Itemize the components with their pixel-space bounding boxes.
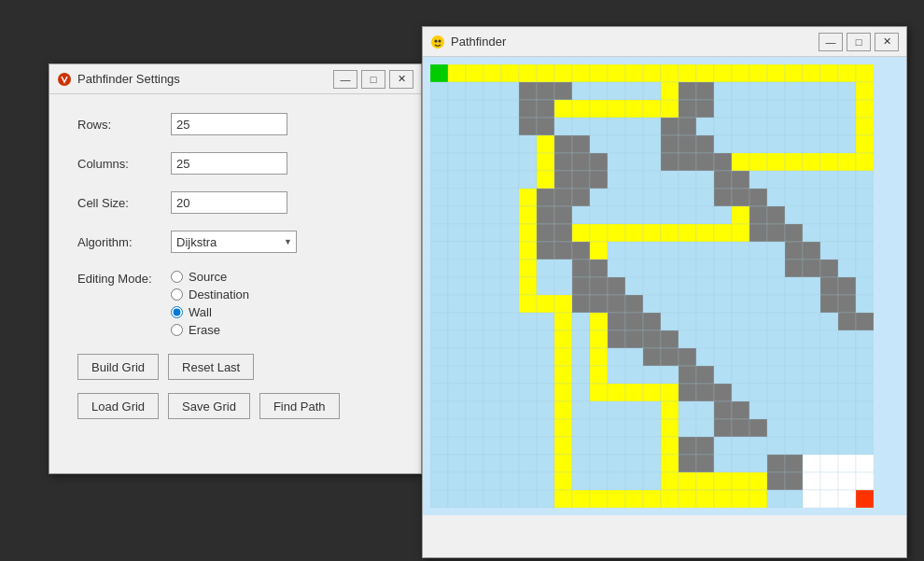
- algorithm-select[interactable]: Dijkstra A* BFS DFS: [171, 231, 297, 253]
- settings-title-bar: Pathfinder Settings — □ ✕: [49, 64, 421, 94]
- pathfinder-close-btn[interactable]: ✕: [875, 33, 899, 51]
- pathfinder-window-title: Pathfinder: [451, 35, 819, 49]
- radio-erase-item[interactable]: Erase: [171, 323, 249, 337]
- reset-last-btn[interactable]: Reset Last: [168, 354, 254, 380]
- settings-window-controls: — □ ✕: [333, 70, 413, 89]
- settings-window-icon: [57, 72, 72, 87]
- editing-mode-row: Editing Mode: Source Destination Wall Er…: [77, 270, 393, 337]
- radio-destination-label: Destination: [189, 288, 249, 302]
- radio-destination-item[interactable]: Destination: [171, 288, 249, 302]
- radio-source-input[interactable]: [171, 271, 183, 283]
- pathfinder-minimize-btn[interactable]: —: [819, 33, 843, 51]
- columns-row: Columns:: [77, 152, 393, 175]
- button-row-1: Build Grid Reset Last: [77, 354, 393, 380]
- save-grid-btn[interactable]: Save Grid: [168, 393, 250, 419]
- algorithm-select-wrapper: Dijkstra A* BFS DFS: [171, 231, 297, 253]
- svg-point-2: [435, 39, 438, 42]
- cell-size-input[interactable]: [171, 191, 287, 214]
- cell-size-label: Cell Size:: [77, 196, 171, 210]
- find-path-btn[interactable]: Find Path: [259, 393, 340, 419]
- settings-minimize-btn[interactable]: —: [333, 70, 357, 89]
- pathfinder-window: Pathfinder — □ ✕: [422, 26, 907, 558]
- radio-erase-label: Erase: [189, 323, 220, 337]
- radio-destination-input[interactable]: [171, 288, 183, 301]
- pathfinder-window-controls: — □ ✕: [819, 33, 899, 51]
- settings-window: Pathfinder Settings — □ ✕ Rows: Columns:…: [49, 63, 422, 474]
- columns-input[interactable]: [171, 152, 287, 175]
- radio-wall-item[interactable]: Wall: [171, 305, 249, 319]
- algorithm-row: Algorithm: Dijkstra A* BFS DFS: [77, 231, 393, 253]
- settings-window-title: Pathfinder Settings: [77, 72, 333, 86]
- load-grid-btn[interactable]: Load Grid: [77, 393, 159, 419]
- svg-point-3: [439, 39, 441, 42]
- settings-maximize-btn[interactable]: □: [361, 70, 385, 89]
- build-grid-btn[interactable]: Build Grid: [77, 354, 159, 380]
- svg-point-1: [431, 35, 444, 49]
- pathfinder-maximize-btn[interactable]: □: [847, 33, 871, 51]
- radio-source-label: Source: [189, 270, 227, 284]
- radio-source-item[interactable]: Source: [171, 270, 249, 284]
- rows-row: Rows:: [77, 113, 393, 135]
- pathfinder-grid[interactable]: [430, 64, 874, 508]
- cell-size-row: Cell Size:: [77, 191, 393, 214]
- algorithm-label: Algorithm:: [77, 235, 171, 249]
- grid-area[interactable]: [423, 57, 906, 515]
- radio-group: Source Destination Wall Erase: [171, 270, 249, 337]
- radio-wall-label: Wall: [189, 305, 212, 319]
- svg-point-0: [58, 73, 71, 86]
- pathfinder-title-bar: Pathfinder — □ ✕: [423, 27, 906, 57]
- rows-label: Rows:: [77, 118, 171, 132]
- button-row-2: Load Grid Save Grid Find Path: [77, 393, 393, 419]
- settings-close-btn[interactable]: ✕: [389, 70, 413, 89]
- radio-wall-input[interactable]: [171, 306, 183, 318]
- editing-mode-label: Editing Mode:: [77, 270, 171, 286]
- pathfinder-window-icon: [430, 35, 445, 49]
- radio-erase-input[interactable]: [171, 324, 183, 336]
- rows-input[interactable]: [171, 113, 287, 135]
- columns-label: Columns:: [77, 157, 171, 171]
- settings-body: Rows: Columns: Cell Size: Algorithm: Dij…: [49, 94, 421, 438]
